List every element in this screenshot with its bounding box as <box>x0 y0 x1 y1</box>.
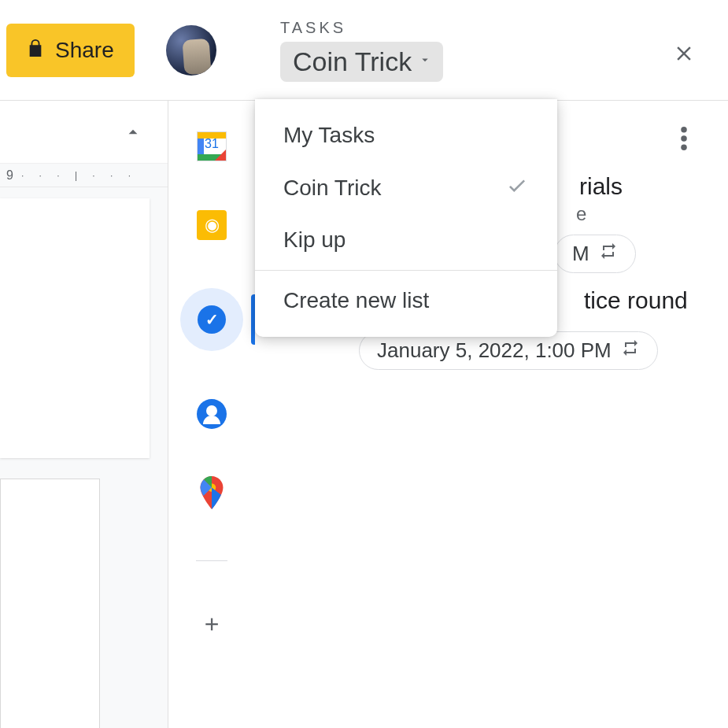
more-menu-button[interactable] <box>665 120 703 157</box>
share-label: Share <box>55 38 114 63</box>
dropdown-item-label: Create new list <box>283 288 429 313</box>
avatar[interactable] <box>166 25 216 76</box>
chevron-down-icon <box>418 53 432 71</box>
tasks-label: TASKS <box>280 19 703 37</box>
tasks-panel-header: TASKS Coin Trick <box>255 0 728 101</box>
list-selector-button[interactable]: Coin Trick <box>280 42 443 82</box>
ruler: 9 · · · | · · · <box>0 164 168 187</box>
repeat-icon <box>621 338 640 363</box>
svg-point-1 <box>681 127 687 133</box>
list-dropdown-menu: My Tasks Coin Trick Kip up Create new li… <box>255 99 557 337</box>
dropdown-item-label: My Tasks <box>283 123 375 148</box>
dropdown-create-new-list[interactable]: Create new list <box>255 275 557 326</box>
list-selector-label: Coin Trick <box>293 46 412 77</box>
keep-icon[interactable]: ◉ <box>196 209 227 241</box>
document-canvas <box>0 187 168 728</box>
task-date-text: January 5, 2022, 1:00 PM <box>377 338 612 363</box>
check-icon <box>505 173 529 202</box>
svg-point-2 <box>681 135 687 142</box>
task-title: tice round <box>584 287 703 314</box>
contacts-icon[interactable] <box>196 398 227 430</box>
document-page-2[interactable] <box>0 479 100 728</box>
dropdown-item-label: Coin Trick <box>283 176 381 201</box>
share-button[interactable]: Share <box>6 24 135 77</box>
lock-icon <box>27 38 44 63</box>
repeat-icon <box>599 242 618 266</box>
maps-icon[interactable] <box>196 477 227 508</box>
calendar-icon[interactable] <box>196 131 227 162</box>
ruler-ticks: · · · | · · · <box>21 170 137 181</box>
task-date-chip[interactable]: January 5, 2022, 1:00 PM <box>359 331 658 370</box>
task-title: rials <box>579 173 703 200</box>
chevron-up-icon[interactable] <box>114 113 152 151</box>
dropdown-item-label: Kip up <box>283 227 346 253</box>
sidebar-divider <box>196 560 227 561</box>
collapse-row <box>0 101 168 164</box>
ruler-number: 9 <box>6 168 13 183</box>
dropdown-item-coin-trick[interactable]: Coin Trick <box>255 161 557 215</box>
plus-icon: + <box>205 610 220 639</box>
dropdown-item-my-tasks[interactable]: My Tasks <box>255 110 557 161</box>
svg-point-3 <box>681 145 687 151</box>
dropdown-separator <box>255 270 557 271</box>
close-button[interactable] <box>665 35 703 72</box>
task-date-chip[interactable]: M <box>554 235 636 273</box>
dropdown-item-kip-up[interactable]: Kip up <box>255 215 557 265</box>
document-page[interactable] <box>0 198 150 458</box>
task-description: e <box>576 203 703 225</box>
task-date-text: M <box>572 242 589 266</box>
tasks-icon[interactable]: ✓ <box>180 288 243 351</box>
add-addon-button[interactable]: + <box>196 608 227 640</box>
side-panel-rail: ◉ ✓ + <box>168 101 255 728</box>
